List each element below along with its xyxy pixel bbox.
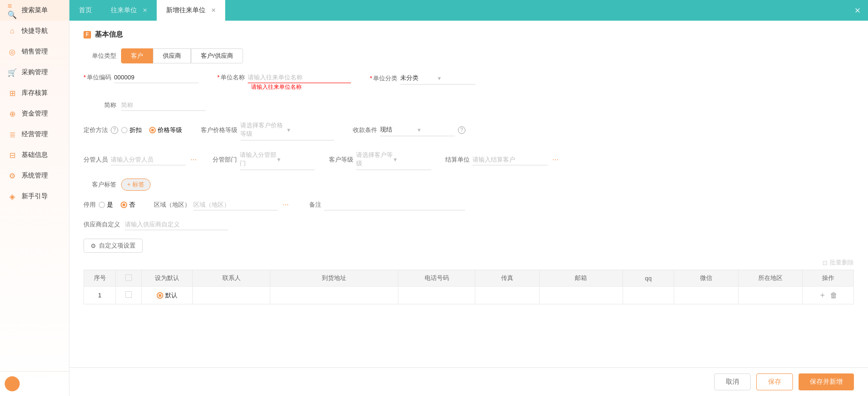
customer-tag-row: 客户标签 + 标签 (84, 179, 854, 191)
system-icon: ⚙ (8, 171, 17, 180)
tab-partners-close[interactable]: ✕ (143, 7, 147, 14)
unit-code-input[interactable] (114, 72, 198, 83)
payment-help-icon[interactable]: ? (458, 126, 465, 134)
qq-input[interactable] (628, 292, 669, 299)
batch-delete-btn[interactable]: ⊡ 批量删除 (822, 258, 854, 267)
form-content: F 基本信息 单位类型 客户 供应商 客户/供应商 单位编码 单位名称 (69, 21, 868, 367)
save-button[interactable]: 保存 (756, 373, 793, 390)
short-name-input[interactable] (121, 100, 206, 111)
tab-home[interactable]: 首页 (69, 0, 101, 21)
sidebar-item-system[interactable]: ⚙ 系统管理 (0, 165, 69, 186)
add-row-btn[interactable]: ＋ (819, 290, 826, 300)
dept-select[interactable]: 请输入分管部门 ▾ (240, 149, 315, 170)
save-new-button[interactable]: 保存并新增 (799, 373, 854, 390)
contact-input[interactable] (198, 292, 265, 299)
settlement-unit-group: 结算单位 ··· (445, 154, 560, 165)
tab-bar-close[interactable]: ✕ (847, 0, 868, 21)
dept-arrow: ▾ (277, 156, 315, 163)
cell-wechat[interactable] (674, 287, 739, 304)
customer-level-select[interactable]: 请选择客户等级 ▾ (356, 149, 431, 170)
th-email: 邮箱 (539, 270, 623, 287)
radio-price-level-circle (149, 127, 156, 133)
price-level-arrow: ▾ (287, 126, 334, 133)
purchase-icon: 🛒 (8, 68, 17, 77)
customer-tag-label: 客户标签 (84, 180, 121, 189)
cell-phone[interactable] (398, 287, 475, 304)
row-checkbox[interactable] (125, 291, 132, 298)
sidebar-item-search[interactable]: ≡🔍 搜索菜单 (0, 0, 69, 21)
sidebar-item-quick-nav[interactable]: ⌂ 快捷导航 (0, 21, 69, 41)
unit-type-label: 单位类型 (84, 52, 121, 60)
cell-ops: ＋ 🗑 (802, 287, 853, 304)
unit-name-input[interactable] (248, 72, 351, 83)
sidebar-item-purchase[interactable]: 🛒 采购管理 (0, 62, 69, 83)
sidebar-item-inventory[interactable]: ⊞ 库存核算 (0, 83, 69, 103)
settlement-more-icon[interactable]: ··· (550, 155, 560, 164)
tab-new-partner-close[interactable]: ✕ (211, 7, 216, 14)
radio-price-level[interactable]: 价格等级 (149, 126, 182, 134)
cell-address[interactable] (270, 287, 398, 304)
custom-settings-button[interactable]: ⚙ 自定义项设置 (84, 239, 143, 253)
manager-input[interactable] (111, 154, 186, 165)
delete-row-btn[interactable]: 🗑 (830, 291, 838, 300)
sidebar-item-sales[interactable]: ◎ 销售管理 (0, 41, 69, 62)
sidebar-item-basic[interactable]: ⊟ 基础信息 (0, 145, 69, 165)
sidebar-label-purchase: 采购管理 (22, 68, 48, 77)
customer-level-arrow: ▾ (394, 156, 431, 163)
btn-both[interactable]: 客户/供应商 (191, 48, 243, 63)
customer-price-level-label: 客户价格等级 (201, 126, 237, 134)
radio-yes-circle (99, 202, 105, 208)
settlement-unit-input[interactable] (472, 154, 548, 165)
disabled-radio-group: 是 否 (99, 201, 135, 209)
add-tag-button[interactable]: + 标签 (121, 179, 151, 191)
manager-more-icon[interactable]: ··· (189, 155, 198, 164)
cell-fax[interactable] (475, 287, 540, 304)
cell-email[interactable] (539, 287, 623, 304)
sidebar-item-guide[interactable]: ◈ 新手引导 (0, 186, 69, 207)
region-more-icon[interactable]: ··· (281, 201, 290, 209)
payment-arrow: ▾ (418, 126, 455, 133)
supplier-custom-row: 供应商自定义 (84, 219, 854, 230)
pricing-help-icon[interactable]: ? (111, 126, 118, 134)
radio-yes[interactable]: 是 (99, 201, 113, 209)
customer-level-label: 客户等级 (329, 155, 353, 164)
settlement-unit-label: 结算单位 (445, 155, 470, 164)
tab-home-label: 首页 (79, 6, 92, 15)
tab-new-partner[interactable]: 新增往来单位 ✕ (157, 0, 225, 21)
customer-price-level-placeholder: 请选择客户价格等级 (240, 121, 287, 138)
customer-price-level-select[interactable]: 请选择客户价格等级 ▾ (240, 119, 334, 140)
region-input[interactable] (193, 199, 278, 210)
btn-supplier[interactable]: 供应商 (153, 48, 191, 63)
th-default: 设为默认 (142, 270, 193, 287)
radio-no[interactable]: 否 (121, 201, 135, 209)
payment-terms-select[interactable]: 现结 ▾ (380, 124, 455, 136)
fax-input[interactable] (480, 292, 534, 299)
wechat-input[interactable] (679, 292, 733, 299)
contact-table-section: ⊡ 批量删除 序号 设为默认 联系人 到货地址 电话号码 传真 (84, 258, 854, 304)
unit-name-group: 单位名称 请输入往来单位名称 (217, 72, 351, 91)
sidebar-item-operation[interactable]: ≣ 经营管理 (0, 124, 69, 145)
remark-input[interactable] (324, 199, 465, 210)
basic-icon: ⊟ (8, 150, 17, 160)
phone-input[interactable] (403, 292, 470, 299)
th-region: 所在地区 (738, 270, 802, 287)
cell-contact[interactable] (193, 287, 270, 304)
th-fax: 传真 (475, 270, 540, 287)
radio-discount[interactable]: 折扣 (121, 126, 142, 134)
btn-customer[interactable]: 客户 (121, 48, 153, 63)
unit-code-group: 单位编码 (84, 72, 198, 83)
supplier-custom-input[interactable] (125, 219, 228, 230)
region-table-input[interactable] (743, 292, 798, 299)
search-icon: ≡🔍 (8, 6, 17, 15)
gear-icon: ⚙ (91, 242, 96, 249)
cell-region[interactable] (738, 287, 802, 304)
cell-qq[interactable] (623, 287, 674, 304)
cancel-button[interactable]: 取消 (714, 373, 751, 390)
header-checkbox[interactable] (125, 274, 132, 281)
tab-partners[interactable]: 往来单位 ✕ (101, 0, 157, 21)
email-input[interactable] (544, 292, 618, 299)
address-input[interactable] (275, 292, 394, 299)
sidebar-item-finance[interactable]: ⊕ 资金管理 (0, 103, 69, 124)
sidebar-label-system: 系统管理 (22, 171, 48, 180)
unit-category-select[interactable]: 未分类 ▾ (400, 72, 475, 85)
